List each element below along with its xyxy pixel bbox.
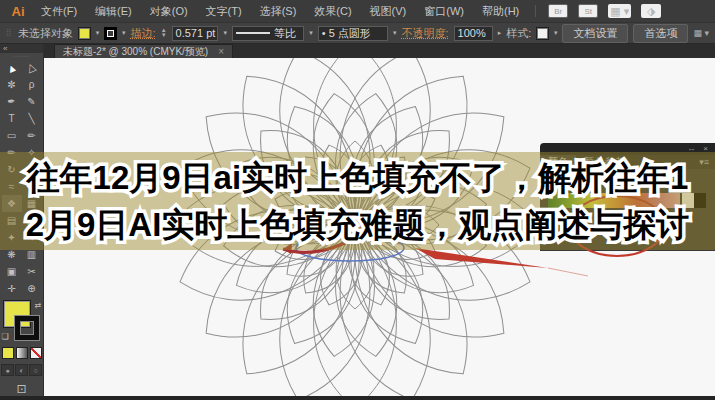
share-icon[interactable]: ⬗ bbox=[641, 4, 661, 18]
none-mode-button[interactable] bbox=[30, 347, 42, 359]
pen-tool[interactable]: ✒ bbox=[2, 93, 22, 110]
artboard-tool-icon: ▣ bbox=[7, 266, 16, 277]
menu-item-file[interactable]: 文件(F) bbox=[32, 0, 86, 22]
opacity-field[interactable]: 100% bbox=[454, 26, 493, 41]
menu-items: 文件(F)编辑(E)对象(O)文字(T)选择(S)效果(C)视图(V)窗口(W)… bbox=[32, 0, 528, 22]
menu-bar: Ai 文件(F)编辑(E)对象(O)文字(T)选择(S)效果(C)视图(V)窗口… bbox=[0, 0, 715, 22]
hand-tool[interactable]: ✛ bbox=[2, 280, 22, 297]
direct-selection-tool[interactable]: △ bbox=[22, 59, 42, 76]
stroke-label[interactable]: 描边: bbox=[131, 26, 156, 41]
color-mode-button[interactable] bbox=[2, 347, 14, 359]
color-mode-row bbox=[2, 347, 42, 359]
document-setup-button[interactable]: 文档设置 bbox=[562, 24, 628, 43]
menu-item-effect[interactable]: 效果(C) bbox=[305, 0, 360, 22]
fill-dropdown-icon[interactable]: ▾ bbox=[96, 29, 100, 37]
artboard-tool[interactable]: ▣ bbox=[2, 263, 22, 280]
fill-color-swatch[interactable] bbox=[78, 27, 91, 40]
document-tab-close-icon[interactable]: × bbox=[218, 47, 224, 57]
stroke-profile-field[interactable]: 等比 bbox=[232, 26, 304, 41]
bridge-icon[interactable]: Br bbox=[548, 4, 568, 18]
stroke-color-swatch[interactable] bbox=[104, 27, 117, 40]
pen-tool-icon: ✒ bbox=[7, 96, 15, 107]
stroke-profile-preview bbox=[236, 32, 270, 34]
stroke-weight-stepper[interactable]: ▲▼ bbox=[161, 28, 167, 38]
default-fill-stroke-icon[interactable]: ❏ bbox=[2, 332, 9, 341]
rectangle-tool[interactable]: ▭ bbox=[2, 127, 22, 144]
drawing-mode-row: ●◐○ bbox=[1, 364, 42, 376]
menu-item-window[interactable]: 窗口(W) bbox=[415, 0, 473, 22]
zoom-tool[interactable]: ⊕ bbox=[22, 280, 42, 297]
magic-wand-tool-icon: ✼ bbox=[7, 79, 15, 90]
stroke-profile-label: 等比 bbox=[274, 26, 296, 41]
drawing-mode-button-1[interactable]: ● bbox=[1, 364, 14, 376]
line-segment-tool-icon: ╲ bbox=[28, 113, 34, 124]
preferences-button[interactable]: 首选项 bbox=[633, 24, 688, 43]
type-tool[interactable]: T bbox=[2, 110, 22, 127]
hand-tool-icon: ✛ bbox=[7, 283, 15, 294]
paintbrush-tool[interactable]: ✏ bbox=[22, 127, 42, 144]
selection-tool-icon: ▲ bbox=[4, 60, 19, 75]
control-panel-menu-icon[interactable]: ▦ ▾ bbox=[693, 28, 709, 38]
menu-item-edit[interactable]: 编辑(E) bbox=[86, 0, 141, 22]
panel-grip-icon: ⁞⁞ bbox=[6, 28, 11, 38]
menu-item-select[interactable]: 选择(S) bbox=[251, 0, 306, 22]
curvature-tool[interactable]: ✎ bbox=[22, 93, 42, 110]
banner-line-2: 2月9日AI实时上色填充难题，观点阐述与探讨 2月9日AI实时上色填充难题，观点… bbox=[26, 201, 690, 248]
swap-fill-stroke-icon[interactable]: ⇄ bbox=[35, 301, 42, 310]
rectangle-tool-icon: ▭ bbox=[7, 130, 16, 141]
control-bar: ⁞⁞ 未选择对象 ▾ ▾ 描边: ▲▼ 0.571 pt ▾ 等比 ▾ • 5 … bbox=[0, 22, 715, 44]
ai-logo: Ai bbox=[4, 4, 32, 19]
stroke-dropdown-icon[interactable]: ▾ bbox=[122, 29, 126, 37]
zoom-tool-icon: ⊕ bbox=[27, 283, 35, 294]
banner-line-2-text: 2月9日AI实时上色填充难题，观点阐述与探讨 bbox=[26, 206, 690, 243]
type-tool-icon: T bbox=[8, 113, 14, 124]
gradient-mode-button[interactable] bbox=[16, 347, 28, 359]
screen-mode-button[interactable]: ⊡ bbox=[16, 382, 26, 396]
banner-line-1: 往年12月9日ai实时上色填充不了，解析往年1 往年12月9日ai实时上色填充不… bbox=[27, 154, 689, 201]
stroke-profile-dropdown-icon[interactable]: ▾ bbox=[309, 29, 313, 37]
menu-item-view[interactable]: 视图(V) bbox=[361, 0, 416, 22]
style-label: 样式: bbox=[506, 26, 531, 41]
line-segment-tool[interactable]: ╲ bbox=[22, 110, 42, 127]
slice-tool-icon: ✂ bbox=[27, 266, 35, 277]
document-tab[interactable]: 未标题-2* @ 300% (CMYK/预览) × bbox=[54, 44, 233, 58]
curvature-tool-icon: ✎ bbox=[27, 96, 35, 107]
selection-status-label: 未选择对象 bbox=[18, 26, 73, 41]
menu-icons: BrSt▦ ▾⬗ bbox=[543, 4, 666, 18]
window-bottom-edge bbox=[0, 396, 715, 400]
document-tab-bar: 未标题-2* @ 300% (CMYK/预览) × bbox=[44, 44, 715, 58]
document-tab-title: 未标题-2* @ 300% (CMYK/预览) bbox=[63, 45, 208, 59]
stroke-indicator-swatch[interactable] bbox=[15, 316, 39, 340]
menu-item-type[interactable]: 文字(T) bbox=[197, 0, 251, 22]
menu-separator bbox=[535, 5, 536, 17]
banner-overlay: 往年12月9日ai实时上色填充不了，解析往年1 往年12月9日ai实时上色填充不… bbox=[0, 152, 715, 250]
brush-field[interactable]: • 5 点圆形 bbox=[318, 26, 388, 41]
tools-collapse-icon[interactable]: « bbox=[0, 44, 43, 53]
paintbrush-tool-icon: ✏ bbox=[27, 130, 35, 141]
illustrator-window: Ai 文件(F)编辑(E)对象(O)文字(T)选择(S)效果(C)视图(V)窗口… bbox=[0, 0, 715, 400]
direct-selection-tool-icon: △ bbox=[25, 60, 38, 75]
workspace-switcher-icon[interactable]: ▦ ▾ bbox=[608, 4, 631, 18]
opacity-dropdown-icon[interactable]: ▸ bbox=[498, 29, 502, 37]
stock-icon[interactable]: St bbox=[578, 4, 598, 18]
lasso-tool-icon: ρ bbox=[29, 79, 35, 90]
drawing-mode-button-3[interactable]: ○ bbox=[29, 364, 42, 376]
style-dropdown-icon[interactable]: ▾ bbox=[554, 29, 558, 37]
banner-line-1-text: 往年12月9日ai实时上色填充不了，解析往年1 bbox=[27, 159, 689, 196]
graph-tool-icon: ▥ bbox=[27, 249, 36, 260]
opacity-label[interactable]: 不透明度: bbox=[401, 26, 448, 41]
slice-tool[interactable]: ✂ bbox=[22, 263, 42, 280]
lasso-tool[interactable]: ρ bbox=[22, 76, 42, 93]
magic-wand-tool[interactable]: ✼ bbox=[2, 76, 22, 93]
fill-stroke-indicator: ⇄ ❏ bbox=[2, 301, 42, 344]
stroke-weight-field[interactable]: 0.571 pt bbox=[172, 26, 219, 41]
symbol-sprayer-tool-icon: ❋ bbox=[7, 249, 15, 260]
menu-item-help[interactable]: 帮助(H) bbox=[473, 0, 528, 22]
selection-tool[interactable]: ▲ bbox=[2, 59, 22, 76]
style-swatch[interactable] bbox=[536, 27, 549, 40]
stroke-weight-dropdown-icon[interactable]: ▾ bbox=[223, 29, 227, 37]
brush-dropdown-icon[interactable]: ▾ bbox=[393, 29, 397, 37]
menu-item-object[interactable]: 对象(O) bbox=[141, 0, 197, 22]
drawing-mode-button-2[interactable]: ◐ bbox=[15, 364, 28, 376]
